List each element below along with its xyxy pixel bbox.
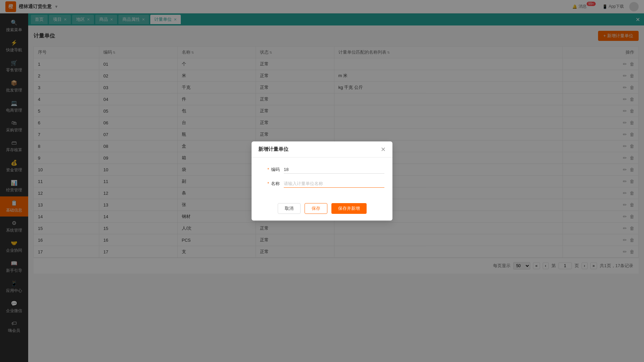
name-label-text: 名称 — [271, 181, 280, 186]
modal-body: * 编码 * 名称 — [252, 158, 392, 199]
code-input[interactable] — [284, 166, 384, 174]
save-button[interactable]: 保存 — [305, 203, 327, 214]
modal-overlay[interactable]: 新增计量单位 ✕ * 编码 * 名称 取消 保存 保存并新增 — [0, 0, 644, 362]
modal-close-button[interactable]: ✕ — [381, 146, 386, 153]
modal-footer: 取消 保存 保存并新增 — [252, 199, 392, 221]
required-mark: * — [267, 181, 269, 186]
name-input[interactable] — [284, 180, 384, 188]
save-and-new-button[interactable]: 保存并新增 — [331, 203, 367, 214]
modal-header: 新增计量单位 ✕ — [252, 141, 392, 158]
name-form-row: * 名称 — [260, 180, 384, 188]
cancel-button[interactable]: 取消 — [278, 203, 301, 214]
name-label: * 名称 — [260, 181, 280, 187]
required-mark: * — [267, 167, 269, 172]
code-label: * 编码 — [260, 167, 280, 173]
code-form-row: * 编码 — [260, 166, 384, 174]
modal-title: 新增计量单位 — [258, 146, 288, 153]
add-unit-modal: 新增计量单位 ✕ * 编码 * 名称 取消 保存 保存并新增 — [252, 141, 392, 221]
code-label-text: 编码 — [271, 167, 280, 172]
